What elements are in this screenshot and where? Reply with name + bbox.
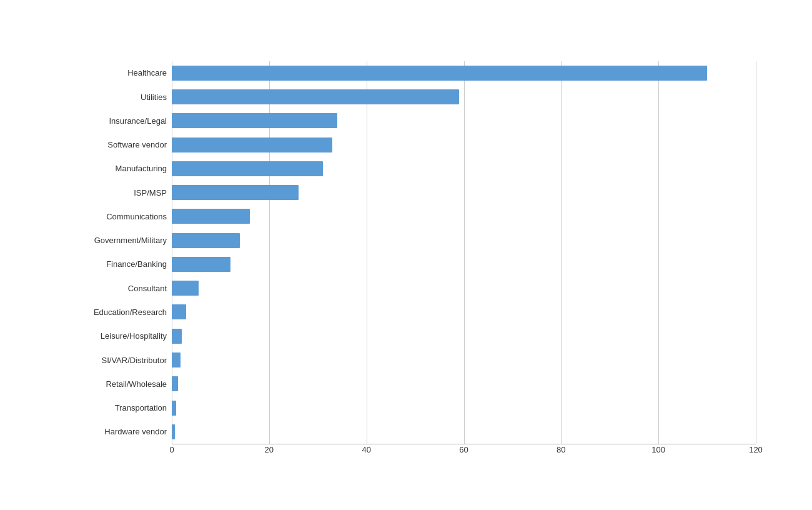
y-label: Government/Military: [94, 229, 167, 252]
bar: [172, 424, 175, 439]
bar-row: [172, 88, 756, 106]
y-label: Communications: [106, 205, 167, 228]
x-axis: 020406080100120: [172, 444, 756, 461]
bar-row: [172, 64, 756, 82]
grid-line: [756, 61, 756, 444]
y-label: Manufacturing: [116, 158, 167, 180]
bar: [172, 161, 323, 176]
bar: [172, 113, 337, 128]
x-tick-label: 20: [265, 445, 274, 454]
bar-row: [172, 303, 756, 321]
bar: [172, 233, 240, 248]
x-tick-label: 60: [459, 445, 468, 454]
x-tick-label: 100: [651, 445, 665, 454]
bar-row: [172, 399, 756, 417]
bar-row: [172, 328, 756, 345]
y-label: SI/VAR/Distributor: [101, 349, 167, 371]
bar: [172, 376, 178, 391]
x-tick-label: 120: [749, 445, 763, 454]
x-axis-line: [172, 444, 756, 444]
x-tick-label: 40: [362, 445, 370, 454]
bar: [172, 66, 707, 81]
bar-row: [172, 375, 756, 392]
x-tick-label: 80: [557, 445, 565, 454]
bar-row: [172, 351, 756, 369]
bar: [172, 89, 459, 104]
bars-area: [172, 61, 756, 444]
chart-container: HealthcareUtilitiesInsurance/LegalSoftwa…: [31, 11, 781, 499]
bar: [172, 138, 332, 152]
bar: [172, 185, 299, 200]
bar: [172, 329, 182, 344]
bar-row: [172, 279, 756, 297]
bar-row: [172, 112, 756, 129]
y-label: Education/Research: [94, 301, 167, 323]
y-label: Leisure/Hospitality: [101, 325, 167, 348]
bar-row: [172, 208, 756, 225]
y-label: Software vendor: [107, 134, 167, 156]
bar: [172, 209, 250, 224]
y-axis-labels: HealthcareUtilitiesInsurance/LegalSoftwa…: [56, 61, 172, 444]
bar-row: [172, 184, 756, 201]
y-label: Finance/Banking: [106, 253, 167, 276]
y-label: Hardware vendor: [104, 421, 167, 443]
bar-row: [172, 423, 756, 441]
y-label: Insurance/Legal: [109, 109, 167, 132]
y-label: ISP/MSP: [134, 181, 167, 204]
y-label: Healthcare: [127, 62, 167, 84]
bar-row: [172, 160, 756, 178]
chart-title: [56, 24, 756, 42]
bar: [172, 281, 199, 296]
bar-row: [172, 232, 756, 249]
y-label: Retail/Wholesale: [106, 372, 167, 395]
bar: [172, 401, 176, 416]
bar: [172, 304, 186, 319]
bar: [172, 257, 230, 272]
bar-row: [172, 256, 756, 273]
x-tick-label: 0: [169, 445, 174, 454]
bar: [172, 352, 181, 368]
bar-row: [172, 136, 756, 154]
y-label: Utilities: [141, 86, 167, 108]
y-label: Consultant: [128, 277, 167, 299]
y-label: Transportation: [115, 397, 167, 419]
